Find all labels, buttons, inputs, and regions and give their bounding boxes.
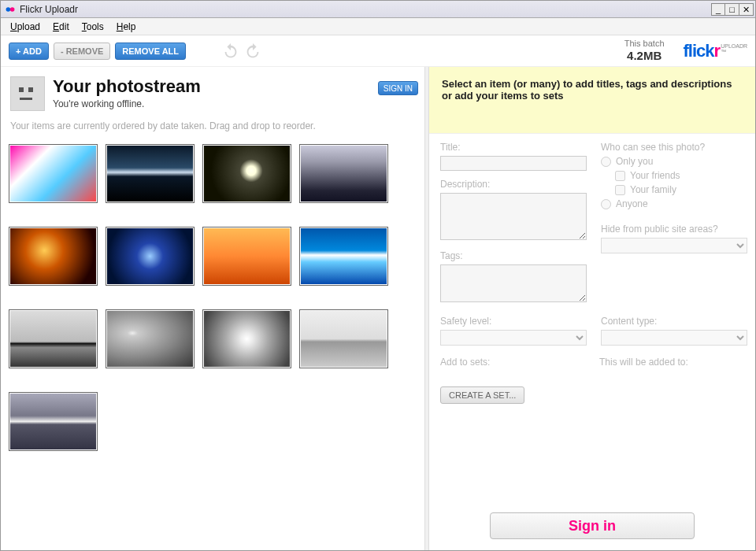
batch-size: 4.2MB <box>624 49 665 63</box>
signin-big-button[interactable]: Sign in <box>490 512 695 539</box>
privacy-anyone-radio[interactable] <box>601 199 611 209</box>
thumbnail[interactable] <box>202 144 291 203</box>
metadata-form: Title: Description: Tags: Who can see th… <box>429 134 755 505</box>
title-input[interactable] <box>440 156 587 171</box>
avatar <box>10 76 45 111</box>
photostream-header: Your photostream You're working offline.… <box>6 72 423 113</box>
maximize-button[interactable]: □ <box>725 3 739 16</box>
svg-rect-2 <box>19 87 24 92</box>
svg-point-1 <box>10 7 15 12</box>
app-icon <box>4 3 17 16</box>
batch-label: This batch <box>624 39 665 49</box>
photostream-subtitle: You're working offline. <box>53 98 201 109</box>
svg-point-0 <box>6 7 11 12</box>
rotate-right-icon[interactable] <box>244 43 261 60</box>
remove-all-button[interactable]: REMOVE ALL <box>115 43 186 60</box>
toolbar: + ADD - REMOVE REMOVE ALL This batch 4.2… <box>1 35 755 67</box>
rotate-left-icon[interactable] <box>222 43 239 60</box>
signin-small-button[interactable]: SIGN IN <box>378 81 418 95</box>
minimize-button[interactable]: _ <box>711 3 725 16</box>
create-set-button[interactable]: CREATE A SET... <box>440 386 524 404</box>
hide-label: Hide from public site areas? <box>601 224 747 235</box>
safety-label: Safety level: <box>440 316 587 327</box>
photostream-title: Your photostream <box>53 76 201 97</box>
flickr-logo: flickrUPLOADR™ <box>684 41 747 61</box>
svg-rect-3 <box>28 87 33 92</box>
thumbnail[interactable] <box>106 144 195 203</box>
thumbnail[interactable] <box>299 227 388 286</box>
thumbnail[interactable] <box>202 227 291 286</box>
rotate-icons <box>222 43 261 60</box>
menu-edit[interactable]: Edit <box>48 20 74 34</box>
title-label: Title: <box>440 142 587 153</box>
add-button[interactable]: + ADD <box>9 43 49 60</box>
left-pane: Your photostream You're working offline.… <box>1 67 424 550</box>
thumbnail-grid <box>6 144 423 467</box>
privacy-only-you-radio[interactable] <box>601 157 611 167</box>
thumbnail[interactable] <box>299 144 388 203</box>
tip-banner: Select an item (or many) to add titles, … <box>429 67 755 134</box>
thumbnail[interactable] <box>202 309 291 368</box>
thumbnail[interactable] <box>9 392 98 451</box>
menubar: Upload Edit Tools Help <box>1 18 755 35</box>
thumbnail[interactable] <box>9 309 98 368</box>
thumbnail[interactable] <box>106 227 195 286</box>
titlebar: Flickr Uploadr _ □ ✕ <box>1 1 755 18</box>
content-label: Content type: <box>601 316 747 327</box>
right-pane: Select an item (or many) to add titles, … <box>429 67 755 550</box>
thumbnail[interactable] <box>106 309 195 368</box>
batch-info: This batch 4.2MB <box>624 39 665 63</box>
menu-tools[interactable]: Tools <box>77 20 109 34</box>
privacy-label: Who can see this photo? <box>601 142 747 153</box>
reorder-hint: Your items are currently ordered by date… <box>6 113 423 144</box>
hide-select[interactable] <box>601 238 747 253</box>
description-label: Description: <box>440 179 587 190</box>
menu-upload[interactable]: Upload <box>6 20 45 34</box>
safety-select[interactable] <box>440 330 587 346</box>
content-select[interactable] <box>601 330 747 346</box>
main: Your photostream You're working offline.… <box>1 67 755 550</box>
addsets-label: Add to sets: <box>440 357 585 368</box>
menu-help[interactable]: Help <box>112 20 141 34</box>
privacy-friends-check[interactable] <box>615 171 625 181</box>
remove-button[interactable]: - REMOVE <box>54 43 110 60</box>
thumbnail[interactable] <box>299 309 388 368</box>
close-button[interactable]: ✕ <box>739 3 754 16</box>
thumbnail[interactable] <box>9 227 98 286</box>
tags-input[interactable] <box>440 264 587 302</box>
svg-rect-4 <box>20 98 32 100</box>
thumbnail[interactable] <box>9 144 98 203</box>
addedto-label: This will be added to: <box>599 357 744 368</box>
description-input[interactable] <box>440 193 587 240</box>
tags-label: Tags: <box>440 250 587 261</box>
window-title: Flickr Uploadr <box>20 4 711 15</box>
privacy-family-check[interactable] <box>615 185 625 195</box>
